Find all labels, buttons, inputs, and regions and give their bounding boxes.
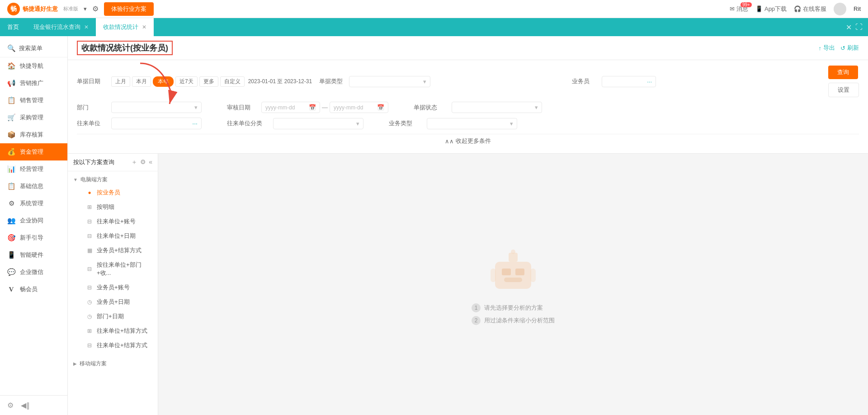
date-custom-btn[interactable]: 自定义 <box>220 76 245 87</box>
sidebar-item-operations[interactable]: 📊 经营管理 <box>0 160 67 178</box>
sidebar-item-sales[interactable]: 📋 销售管理 <box>0 92 67 109</box>
scheme-item-counterpart-date[interactable]: ⊟ 往来单位+日期 <box>73 229 158 243</box>
svg-rect-1 <box>502 269 511 275</box>
main-layout: 🔍 搜索菜单 🏠 快捷导航 📢 营销推广 📋 销售管理 🛒 采购管理 📦 <box>0 36 868 415</box>
sidebar-settings-icon[interactable]: ⚙ <box>7 401 14 410</box>
sidebar-item-guide[interactable]: 🎯 新手引导 <box>0 229 67 246</box>
logo-text: 畅捷通好生意 <box>23 5 58 13</box>
scheme-item-by-salesman[interactable]: ● 按业务员 <box>73 185 158 200</box>
scheme-header: 按以下方案查询 ＋ ⚙ « <box>68 154 158 171</box>
department-select[interactable]: ▾ <box>111 102 202 113</box>
user-avatar[interactable] <box>834 3 846 15</box>
salesman-control: 业务员 ··· <box>572 76 817 87</box>
tab-bank-flow[interactable]: 现金银行流水查询 ✕ <box>26 18 96 36</box>
sidebar-system-label: 系统管理 <box>20 199 43 208</box>
sidebar-item-system[interactable]: ⚙ 系统管理 <box>0 195 67 212</box>
sidebar-item-search[interactable]: 🔍 搜索菜单 <box>0 40 67 57</box>
logo-area: 畅 畅捷通好生意 <box>7 3 58 15</box>
counterpart-settlement2-label: 往来单位+结算方式 <box>97 341 147 349</box>
export-button[interactable]: ↑ 导出 <box>819 44 835 52</box>
scheme-item-counterpart-settlement[interactable]: ⊞ 往来单位+结算方式 <box>73 324 158 338</box>
inventory-icon: 📦 <box>7 131 15 139</box>
date-more-btn[interactable]: 更多 <box>199 76 218 87</box>
calendar-to-icon: 📅 <box>377 104 384 111</box>
salesman-more-icon[interactable]: ··· <box>647 78 652 85</box>
sidebar-item-finance[interactable]: 💰 资金管理 <box>0 143 67 160</box>
mobile-group-arrow-icon: ▶ <box>73 361 77 366</box>
dropdown-arrow-icon[interactable]: ▾ <box>84 5 87 12</box>
refresh-button[interactable]: ↺ 刷新 <box>840 44 859 52</box>
scheme-item-salesman-date[interactable]: ◷ 业务员+日期 <box>73 295 158 309</box>
counterpart-settlement-icon: ⊞ <box>86 327 93 335</box>
sidebar-item-vip[interactable]: V 畅会员 <box>0 281 67 298</box>
date-7days-btn[interactable]: 近7天 <box>175 76 198 87</box>
by-detail-label: 按明细 <box>97 203 114 211</box>
scheme-item-dept-date[interactable]: ◷ 部门+日期 <box>73 309 158 324</box>
sidebar-enterprise-label: 企业协同 <box>20 217 43 225</box>
collapse-filter-button[interactable]: ∧∧ 收起更多条件 <box>77 134 859 148</box>
sidebar-collapse-icon[interactable]: ◀‖ <box>21 401 30 410</box>
refresh-label: 刷新 <box>847 44 859 52</box>
scheme-item-salesman-account[interactable]: ⊟ 业务员+账号 <box>73 280 158 295</box>
date-last-month-btn[interactable]: 上月 <box>111 76 130 87</box>
scheme-item-counterpart-settlement2[interactable]: ⊟ 往来单位+结算方式 <box>73 338 158 353</box>
sidebar-item-basic-info[interactable]: 📋 基础信息 <box>0 178 67 195</box>
app-download-button[interactable]: 📱 App下载 <box>755 5 787 13</box>
tab-collection-stats[interactable]: 收款情况统计 ✕ <box>96 18 154 36</box>
counterpart-date-icon: ⊟ <box>86 232 93 240</box>
counterpart-category-label: 往来单位分类 <box>227 119 262 127</box>
counterpart-category-select[interactable]: ▾ <box>273 118 363 129</box>
query-button[interactable]: 查询 <box>828 66 858 79</box>
home-tab-label: 首页 <box>7 23 19 31</box>
sidebar-finance-label: 资金管理 <box>20 148 43 156</box>
mobile-group-title[interactable]: ▶ 移动端方案 <box>68 358 158 369</box>
scheme-collapse-icon[interactable]: « <box>149 158 152 166</box>
tab-home[interactable]: 首页 <box>0 18 26 36</box>
refresh-icon: ↺ <box>840 45 845 52</box>
sidebar-item-inventory[interactable]: 📦 库存核算 <box>0 126 67 143</box>
filter-panel: 单据日期 上月 本月 本年 近7天 更多 自定义 2023-01-01 至 20… <box>68 60 868 154</box>
sidebar-item-marketing[interactable]: 📢 营销推广 <box>0 75 67 92</box>
top-bar-right: ✉ 消息 99+ 📱 App下载 🎧 在线客服 Rit <box>730 3 861 15</box>
sidebar-item-smart-hw[interactable]: 📱 智能硬件 <box>0 246 67 264</box>
voucher-status-select[interactable]: ▾ <box>452 102 542 113</box>
business-type-select[interactable]: ▾ <box>427 118 517 129</box>
sidebar-basic-info-label: 基础信息 <box>20 182 43 190</box>
date-this-year-btn[interactable]: 本年 <box>153 76 174 87</box>
sidebar-item-enterprise[interactable]: 👥 企业协同 <box>0 212 67 229</box>
date-this-month-btn[interactable]: 本月 <box>132 76 151 87</box>
sidebar-item-quick-nav[interactable]: 🏠 快捷导航 <box>0 57 67 75</box>
scheme-item-counterpart-dept[interactable]: ⊟ 按往来单位+部门+收... <box>73 258 158 280</box>
settings-button[interactable]: 设置 <box>828 83 859 97</box>
by-salesman-icon: ● <box>86 189 93 196</box>
voucher-type-select[interactable]: ▾ <box>349 76 430 87</box>
sidebar-item-purchase[interactable]: 🛒 采购管理 <box>0 109 67 126</box>
maximize-window-icon[interactable]: ⛶ <box>855 23 863 31</box>
enterprise-icon: 👥 <box>7 217 15 225</box>
hint-2-text: 用过滤条件来缩小分析范围 <box>484 316 555 325</box>
scheme-item-counterpart-account[interactable]: ⊟ 往来单位+账号 <box>73 214 158 229</box>
empty-hints: 1 请先选择要分析的方案 2 用过滤条件来缩小分析范围 <box>472 303 555 325</box>
desktop-group-title[interactable]: ▼ 电脑端方案 <box>68 174 158 185</box>
counterpart-account-icon: ⊟ <box>86 218 93 225</box>
page-header: 收款情况统计(按业务员) ↑ 导出 ↺ 刷新 <box>68 36 868 60</box>
collection-stats-tab-close-icon[interactable]: ✕ <box>142 24 146 30</box>
sidebar-item-wechat[interactable]: 💬 企业微信 <box>0 264 67 281</box>
salesman-settlement-label: 业务员+结算方式 <box>97 246 142 255</box>
review-date-to-value: yyyy-mm-dd <box>334 104 363 111</box>
online-service-button[interactable]: 🎧 在线客服 <box>794 5 826 13</box>
scheme-item-salesman-settlement[interactable]: ▦ 业务员+结算方式 <box>73 243 158 258</box>
close-window-icon[interactable]: ✕ <box>846 23 852 32</box>
messages-button[interactable]: ✉ 消息 99+ <box>730 5 748 13</box>
scheme-add-icon[interactable]: ＋ <box>131 158 137 166</box>
bank-flow-tab-close-icon[interactable]: ✕ <box>84 24 89 30</box>
export-icon: ↑ <box>819 45 822 52</box>
trial-button[interactable]: 体验行业方案 <box>104 2 154 16</box>
review-date-from[interactable]: yyyy-mm-dd 📅 <box>261 102 320 113</box>
gear-icon[interactable]: ⚙ <box>92 5 99 13</box>
desktop-scheme-list: ● 按业务员 ⊞ 按明细 ⊟ 往来单位+账号 ⊟ <box>68 185 158 353</box>
scheme-item-by-detail[interactable]: ⊞ 按明细 <box>73 200 158 214</box>
review-date-to[interactable]: yyyy-mm-dd 📅 <box>330 102 388 113</box>
scheme-settings-icon[interactable]: ⚙ <box>140 158 146 166</box>
counterpart-more-icon[interactable]: ··· <box>192 120 198 127</box>
